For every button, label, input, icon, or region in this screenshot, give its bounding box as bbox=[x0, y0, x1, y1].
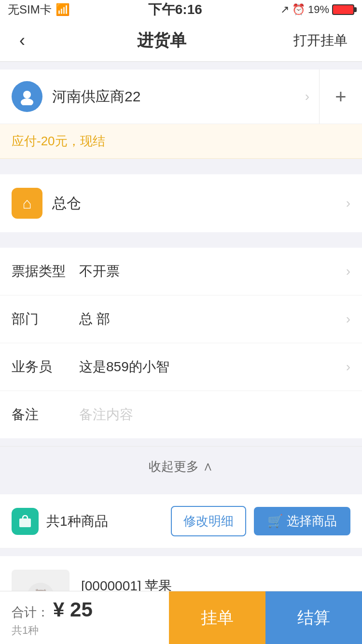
nav-bar: ‹ 进货单 打开挂单 bbox=[0, 19, 362, 62]
salesperson-label: 业务员 bbox=[12, 358, 70, 376]
total-label: 合计： bbox=[12, 604, 49, 621]
bottom-bar: 合计： ¥ 25 共1种 挂单 结算 bbox=[0, 591, 362, 644]
status-right: ↗ ⏰ 19% bbox=[280, 3, 354, 16]
wifi-icon: 📶 bbox=[56, 3, 70, 16]
back-button[interactable]: ‹ bbox=[14, 26, 30, 56]
open-hang-button[interactable]: 打开挂单 bbox=[293, 31, 348, 50]
svg-point-1 bbox=[21, 98, 33, 105]
remark-label: 备注 bbox=[12, 406, 70, 424]
hang-button[interactable]: 挂单 bbox=[169, 591, 265, 644]
carrier-text: 无SIM卡 bbox=[8, 2, 52, 17]
total-amount: ¥ 25 bbox=[53, 598, 93, 621]
salesperson-row[interactable]: 业务员 这是859的小智 › bbox=[0, 343, 362, 391]
invoice-type-row[interactable]: 票据类型 不开票 › bbox=[0, 248, 362, 295]
department-row[interactable]: 部门 总 部 › bbox=[0, 295, 362, 343]
warehouse-label: 总仓 bbox=[52, 194, 342, 213]
collapse-toggle[interactable]: 收起更多 ∧ bbox=[0, 446, 362, 487]
house-icon: ⌂ bbox=[22, 195, 31, 212]
remark-value: 备注内容 bbox=[79, 406, 350, 424]
battery-icon bbox=[332, 4, 354, 15]
status-left: 无SIM卡 📶 bbox=[8, 2, 70, 17]
supplier-select-button[interactable]: 河南供应商22 › bbox=[0, 70, 320, 124]
alarm-icon: ⏰ bbox=[292, 3, 305, 16]
invoice-type-label: 票据类型 bbox=[12, 262, 70, 280]
warehouse-chevron-icon: › bbox=[346, 196, 350, 211]
supplier-section: 河南供应商22 › + 应付-20元，现结 bbox=[0, 70, 362, 159]
add-supplier-button[interactable]: + bbox=[320, 70, 362, 124]
salesperson-chevron-icon: › bbox=[346, 359, 350, 375]
warehouse-icon-wrap: ⌂ bbox=[12, 188, 42, 219]
checkout-button[interactable]: 结算 bbox=[265, 591, 362, 644]
total-sub: 共1种 bbox=[12, 623, 157, 638]
supplier-avatar bbox=[12, 81, 42, 112]
cart-icon: 🛒 bbox=[267, 514, 283, 529]
department-label: 部门 bbox=[12, 310, 70, 328]
department-value: 总 部 bbox=[79, 310, 342, 328]
bag-icon bbox=[17, 514, 33, 529]
form-section: 票据类型 不开票 › 部门 总 部 › 业务员 这是859的小智 › 备注 备注… bbox=[0, 248, 362, 438]
status-time: 下午6:16 bbox=[148, 0, 202, 19]
svg-point-0 bbox=[23, 91, 31, 98]
supplier-name: 河南供应商22 bbox=[52, 87, 301, 107]
svg-rect-2 bbox=[19, 518, 31, 527]
supplier-chevron-icon: › bbox=[305, 89, 309, 104]
warehouse-section: ⌂ 总仓 › bbox=[0, 174, 362, 232]
battery-percent: 19% bbox=[308, 3, 329, 16]
edit-detail-button[interactable]: 修改明细 bbox=[171, 506, 246, 536]
warehouse-row[interactable]: ⌂ 总仓 › bbox=[0, 174, 362, 232]
products-icon-wrap bbox=[12, 508, 39, 535]
salesperson-value: 这是859的小智 bbox=[79, 358, 342, 376]
invoice-type-chevron-icon: › bbox=[346, 264, 350, 279]
products-header: 共1种商品 修改明细 🛒 选择商品 bbox=[0, 494, 362, 548]
products-count: 共1种商品 bbox=[46, 512, 171, 531]
page-title: 进货单 bbox=[137, 29, 186, 52]
status-bar: 无SIM卡 📶 下午6:16 ↗ ⏰ 19% bbox=[0, 0, 362, 19]
notice-bar: 应付-20元，现结 bbox=[0, 124, 362, 159]
select-product-button[interactable]: 🛒 选择商品 bbox=[254, 507, 350, 535]
invoice-type-value: 不开票 bbox=[79, 262, 342, 280]
total-section: 合计： ¥ 25 共1种 bbox=[0, 591, 169, 644]
location-icon: ↗ bbox=[280, 3, 289, 16]
remark-row[interactable]: 备注 备注内容 bbox=[0, 391, 362, 438]
department-chevron-icon: › bbox=[346, 311, 350, 327]
user-icon bbox=[18, 88, 36, 105]
